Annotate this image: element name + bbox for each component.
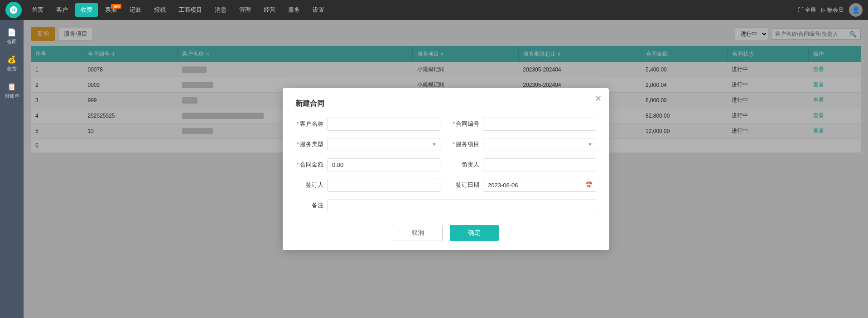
nav-right: ⛶ 全屏 ▷ 畅会员 👤 [798, 3, 863, 17]
member-button[interactable]: ▷ 畅会员 [821, 6, 844, 14]
receivable-icon: 💰 [7, 54, 17, 64]
nav-invoice[interactable]: 票据 new [100, 3, 122, 17]
fullscreen-button[interactable]: ⛶ 全屏 [798, 6, 816, 14]
service-item-select[interactable] [483, 138, 596, 151]
notes-label: 备注 [295, 201, 323, 209]
required-star3: * [297, 141, 299, 147]
nav-settings[interactable]: 设置 [307, 3, 330, 17]
modal-overlay: 新建合同 ✕ *客户名称 *合同编号 [24, 20, 868, 318]
nav-receivable[interactable]: 收费 [75, 3, 98, 17]
required-star: * [297, 120, 299, 127]
service-type-select[interactable] [327, 138, 440, 151]
service-type-label: *服务类型 [295, 140, 323, 148]
signer-label: 签订人 [295, 181, 323, 189]
contract-icon: 📄 [7, 27, 17, 37]
nav-message[interactable]: 消息 [209, 3, 232, 17]
required-star5: * [297, 161, 299, 168]
modal-close-button[interactable]: ✕ [595, 95, 602, 103]
responsible-input[interactable] [483, 158, 596, 171]
nav-customer[interactable]: 客户 [51, 3, 73, 17]
nav-bookkeeping[interactable]: 记账 [124, 3, 147, 17]
required-star2: * [453, 120, 455, 127]
new-contract-modal: 新建合同 ✕ *客户名称 *合同编号 [283, 88, 609, 250]
statement-icon: 📋 [7, 81, 17, 91]
play-icon: ▷ [821, 7, 825, 13]
nav-tax[interactable]: 报税 [149, 3, 171, 17]
nav-items: 首页 客户 收费 票据 new 记账 报税 工商项目 消息 管理 经营 服务 设… [26, 3, 798, 17]
form-row-responsible: 负责人 [451, 158, 596, 171]
main-content: 新增 服务项目 进行中 已完成 已终止 🔍 序号 合同 [24, 20, 868, 318]
form-row-sign-date: 签订日期 📅 [451, 179, 596, 192]
sidebar-item-receivable[interactable]: 💰 收费 [1, 51, 23, 76]
sign-date-input[interactable] [483, 179, 596, 192]
modal-title: 新建合同 [295, 99, 596, 109]
amount-input[interactable] [327, 158, 440, 171]
responsible-label: 负责人 [451, 161, 479, 169]
nav-home[interactable]: 首页 [26, 3, 49, 17]
required-star4: * [453, 141, 455, 147]
sidebar-item-statement[interactable]: 📋 对账单 [1, 78, 23, 103]
form-row-service-type: *服务类型 ▼ [295, 138, 440, 151]
amount-label: *合同金额 [295, 161, 323, 169]
service-type-wrapper: ▼ [327, 138, 440, 151]
user-avatar[interactable]: 👤 [849, 3, 863, 17]
form-row-signer: 签订人 [295, 179, 440, 192]
app-logo[interactable] [5, 2, 22, 18]
main-layout: 📄 合同 💰 收费 📋 对账单 新增 服务项目 进行中 已完成 已终止 [0, 20, 868, 318]
modal-footer: 取消 确定 [295, 225, 596, 241]
form-row-customer-name: *客户名称 [295, 118, 440, 131]
service-item-wrapper: ▼ [483, 138, 596, 151]
signer-input[interactable] [327, 179, 440, 192]
nav-business[interactable]: 工商项目 [173, 3, 207, 17]
form-row-notes: 备注 [295, 199, 596, 212]
new-badge: new [111, 4, 121, 9]
form-row-amount: *合同金额 [295, 158, 440, 171]
notes-input[interactable] [327, 199, 596, 212]
form-row-service-item: *服务项目 ▼ [451, 138, 596, 151]
contract-no-label: *合同编号 [451, 120, 479, 128]
customer-name-label: *客户名称 [295, 120, 323, 128]
confirm-button[interactable]: 确定 [450, 225, 499, 241]
nav-manage[interactable]: 管理 [234, 3, 256, 17]
contract-no-input[interactable] [483, 118, 596, 131]
sign-date-label: 签订日期 [451, 181, 479, 189]
nav-operation[interactable]: 经营 [258, 3, 281, 17]
form-row-contract-no: *合同编号 [451, 118, 596, 131]
customer-name-input[interactable] [327, 118, 440, 131]
date-wrapper: 📅 [483, 179, 596, 192]
sidebar: 📄 合同 💰 收费 📋 对账单 [0, 20, 24, 318]
cancel-button[interactable]: 取消 [393, 225, 443, 241]
sidebar-item-contract[interactable]: 📄 合同 [1, 24, 23, 49]
fullscreen-icon: ⛶ [798, 7, 803, 13]
form-grid: *客户名称 *合同编号 *服务类型 [295, 118, 596, 212]
service-item-label: *服务项目 [451, 140, 479, 148]
calendar-icon[interactable]: 📅 [585, 181, 593, 189]
nav-service[interactable]: 服务 [283, 3, 305, 17]
top-navigation: 首页 客户 收费 票据 new 记账 报税 工商项目 消息 管理 经营 服务 设… [0, 0, 868, 20]
